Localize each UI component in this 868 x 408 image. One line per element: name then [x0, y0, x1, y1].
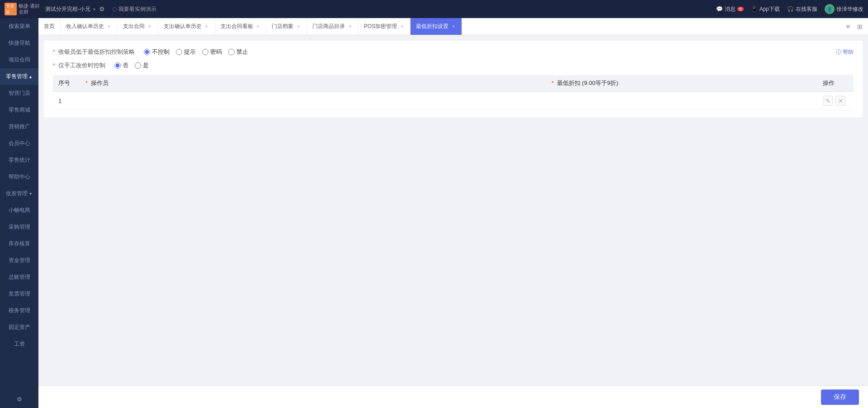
radio-yes-label: 是: [143, 61, 149, 70]
tab-payment-contract[interactable]: 支出合同 ×: [118, 18, 158, 35]
avatar-icon: 👤: [827, 7, 832, 12]
sidebar-item-quick-nav[interactable]: 快捷导航: [0, 35, 38, 52]
app-download-label: App下载: [760, 5, 780, 13]
sidebar-item-label: 发票管理: [9, 291, 30, 297]
sidebar-item-label: 总账管理: [9, 274, 30, 280]
sidebar-item-purchase-management[interactable]: 采购管理: [0, 219, 38, 235]
user-profile[interactable]: 👤 徐泽华修改: [825, 4, 863, 14]
headset-icon: 🎧: [787, 6, 794, 12]
tab-expand-icon[interactable]: ⊞: [855, 22, 864, 31]
tab-close-icon[interactable]: ×: [204, 23, 209, 29]
tab-label: 支出合同看板: [221, 23, 253, 30]
sidebar-item-label: 库存核算: [9, 240, 30, 247]
sidebar-item-smart-store[interactable]: 智营门店: [0, 85, 38, 102]
radio-yes-input[interactable]: [135, 62, 141, 69]
sidebar-item-retail-management[interactable]: 零售管理 ▲: [0, 68, 38, 85]
radio-disable-label: 禁止: [236, 48, 248, 56]
radio-no-control-input[interactable]: [144, 49, 150, 55]
sidebar-item-member-center[interactable]: 会员中心: [0, 135, 38, 152]
delete-icon[interactable]: ✕: [835, 96, 845, 106]
sidebar-item-accounting[interactable]: 总账管理: [0, 269, 38, 286]
sidebar-item-label: 批发管理: [6, 190, 28, 197]
sidebar-item-project-contract[interactable]: 项目合同: [0, 52, 38, 68]
tab-label: 支出确认单历史: [164, 23, 202, 30]
help-label: 帮助: [843, 48, 854, 56]
logo-badge: 专业版: [5, 3, 17, 15]
sidebar-item-help-center[interactable]: 帮助中心: [0, 169, 38, 185]
sidebar-item-batch-management[interactable]: 批发管理 ▼: [0, 185, 38, 202]
discount-table-wrapper: 序号 * 操作员 * 最低折扣 (9.00等于9折): [53, 75, 854, 110]
sidebar-item-search-menu[interactable]: 搜索菜单: [0, 18, 38, 35]
tab-payment-board[interactable]: 支出合同看板 ×: [215, 18, 267, 35]
radio-password-label: 密码: [210, 48, 222, 56]
message-button[interactable]: 💬 消息 8: [716, 5, 744, 13]
edit-icon[interactable]: ✎: [823, 96, 833, 106]
tab-income-confirm-history[interactable]: 收入确认单历史 ×: [61, 18, 118, 35]
sidebar-item-label: 固定资产: [9, 324, 30, 330]
radio-password[interactable]: 密码: [202, 48, 222, 56]
message-label: 消息: [725, 5, 736, 13]
radio-no-input[interactable]: [114, 62, 121, 69]
sidebar-item-invoice[interactable]: 发票管理: [0, 286, 38, 302]
radio-no-label: 否: [123, 61, 128, 70]
tab-payment-confirm-history[interactable]: 支出确认单历史 ×: [158, 18, 215, 35]
sidebar-item-label: 快捷导航: [9, 40, 30, 46]
col-header-operator: * 操作员: [80, 75, 546, 92]
tab-close-icon[interactable]: ×: [106, 23, 112, 29]
tab-close-icon[interactable]: ×: [255, 23, 261, 29]
tab-home-label: 首页: [44, 23, 55, 30]
sidebar-item-label: 智营门店: [9, 90, 30, 96]
required-star: *: [53, 62, 55, 69]
top-header: 专业版 畅捷·通好业财 测试分开完程-小兄 ▾ ⚙ ◌ 我要看实例演示 💬 消息…: [0, 0, 868, 18]
tab-min-discount-settings[interactable]: 最低折扣设置 ×: [410, 18, 462, 35]
save-button[interactable]: 保存: [821, 389, 859, 405]
header-right: 💬 消息 8 📱 App下载 🎧 在线客服 👤 徐泽华修改: [716, 4, 863, 14]
radio-prompt-input[interactable]: [176, 49, 182, 55]
download-icon: 📱: [751, 6, 758, 12]
tab-close-icon[interactable]: ×: [147, 23, 152, 29]
help-button[interactable]: ⓘ 帮助: [836, 48, 854, 56]
tab-store-product-catalog[interactable]: 门店商品目录 ×: [307, 18, 359, 35]
radio-disable-input[interactable]: [228, 49, 235, 55]
sidebar-item-retail-stats[interactable]: 零售统计: [0, 152, 38, 169]
settings-icon[interactable]: ⚙: [99, 5, 105, 13]
sidebar-item-tax[interactable]: 税务管理: [0, 302, 38, 319]
tab-close-icon[interactable]: ×: [451, 23, 456, 29]
sidebar-item-salary[interactable]: 工资: [0, 336, 38, 352]
project-name: 测试分开完程-小兄: [45, 5, 90, 13]
tab-close-icon[interactable]: ×: [399, 23, 405, 29]
radio-yes[interactable]: 是: [135, 61, 149, 70]
tab-store-file[interactable]: 门店档案 ×: [266, 18, 307, 35]
tab-close-icon[interactable]: ×: [347, 23, 353, 29]
sidebar-item-retail-mall[interactable]: 零售商城: [0, 102, 38, 118]
tab-home[interactable]: 首页: [38, 18, 61, 35]
customer-service-button[interactable]: 🎧 在线客服: [787, 5, 817, 13]
radio-disable[interactable]: 禁止: [228, 48, 248, 56]
sidebar-item-inventory[interactable]: 库存核算: [0, 235, 38, 252]
discount-control-label: * 收银员低于最低折扣控制策略: [53, 48, 135, 56]
sidebar-item-label: 会员中心: [9, 140, 30, 146]
sidebar-item-funds[interactable]: 资金管理: [0, 252, 38, 269]
tab-close-icon[interactable]: ×: [296, 23, 301, 29]
tab-close-all-icon[interactable]: ✕: [844, 22, 853, 31]
action-icons: ✎ ✕: [823, 96, 848, 106]
circle-icon: ◌: [112, 6, 117, 12]
sidebar-gear-button[interactable]: ⚙: [0, 390, 38, 408]
sidebar-item-fixed-assets[interactable]: 固定资产: [0, 319, 38, 336]
radio-password-input[interactable]: [202, 49, 208, 55]
radio-prompt[interactable]: 提示: [176, 48, 196, 56]
settings-card: * 收银员低于最低折扣控制策略 不控制 提示: [44, 41, 863, 117]
sidebar-item-marketing[interactable]: 营销推广: [0, 118, 38, 135]
app-download-button[interactable]: 📱 App下载: [751, 5, 780, 13]
header-project[interactable]: 测试分开完程-小兄 ▾: [45, 5, 95, 13]
tab-label: 门店档案: [272, 23, 293, 30]
radio-no-control[interactable]: 不控制: [144, 48, 170, 56]
demo-link[interactable]: ◌ 我要看实例演示: [112, 5, 156, 13]
sidebar-item-ecommerce[interactable]: 小畅电商: [0, 202, 38, 219]
cell-actions: ✎ ✕: [817, 92, 854, 110]
discount-control-radio-group: 不控制 提示 密码 禁止: [144, 48, 248, 56]
radio-no[interactable]: 否: [114, 61, 128, 70]
tab-pos-password[interactable]: POS加密管理 ×: [359, 18, 410, 35]
customer-service-label: 在线客服: [796, 5, 817, 13]
sidebar-item-label: 项目合同: [9, 56, 30, 63]
